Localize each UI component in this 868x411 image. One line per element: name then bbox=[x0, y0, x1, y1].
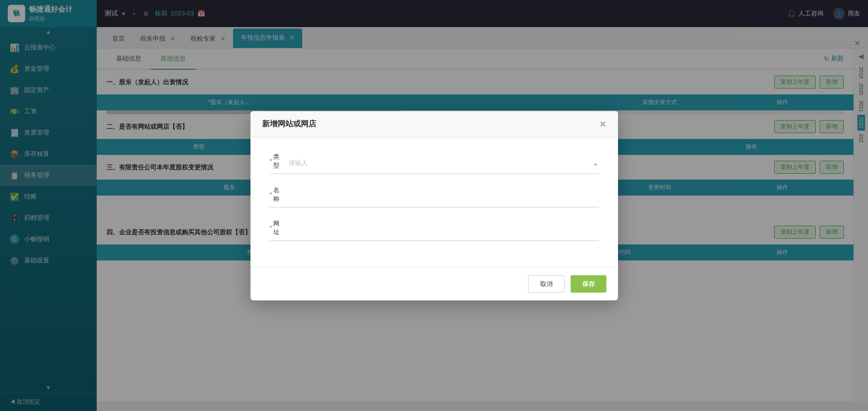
form-field-url: *网址 bbox=[270, 219, 599, 241]
type-required-mark: * bbox=[270, 157, 272, 165]
type-dropdown-icon[interactable]: ⌄ bbox=[592, 158, 599, 167]
modal-title: 新增网站或网店 bbox=[262, 119, 316, 129]
modal-add-website: 新增网站或网店 ✕ *类型 ⌄ *名称 bbox=[250, 111, 618, 300]
form-field-type: *类型 ⌄ bbox=[270, 152, 599, 174]
modal-header: 新增网站或网店 ✕ bbox=[250, 111, 618, 137]
name-required-mark: * bbox=[270, 191, 272, 198]
modal-close-button[interactable]: ✕ bbox=[599, 119, 606, 129]
form-field-name: *名称 bbox=[270, 185, 599, 207]
type-input-wrapper: *类型 ⌄ bbox=[270, 152, 599, 174]
save-button[interactable]: 保存 bbox=[571, 275, 606, 292]
type-input[interactable] bbox=[289, 155, 599, 170]
url-input[interactable] bbox=[289, 222, 599, 237]
modal-footer: 取消 保存 bbox=[250, 267, 618, 300]
name-label: *名称 bbox=[270, 185, 285, 203]
type-label: *类型 bbox=[270, 152, 285, 169]
modal-body: *类型 ⌄ *名称 *网址 bbox=[250, 137, 618, 267]
url-required-mark: * bbox=[270, 224, 272, 231]
name-input[interactable] bbox=[289, 189, 599, 204]
url-input-wrapper: *网址 bbox=[270, 219, 599, 241]
name-input-wrapper: *名称 bbox=[270, 185, 599, 207]
cancel-button[interactable]: 取消 bbox=[528, 275, 565, 292]
url-label: *网址 bbox=[270, 219, 285, 236]
